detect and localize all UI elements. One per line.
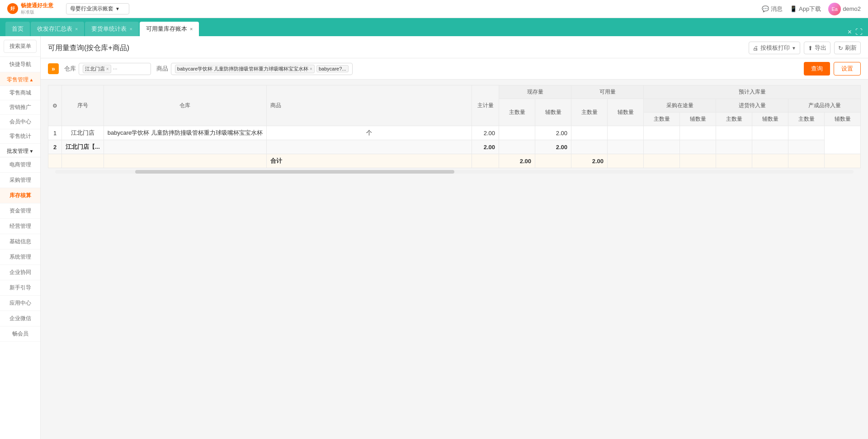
sidebar-item-retail-mgmt[interactable]: 零售管理 ▲	[0, 72, 40, 86]
row-2-pp-main	[680, 140, 716, 154]
filter-expand-btn[interactable]: »	[48, 63, 59, 74]
industry-selector[interactable]: 母婴行业演示账套 ▼	[66, 3, 129, 14]
row-1-pp-main	[680, 126, 716, 140]
row-1-pp-aux	[716, 126, 752, 140]
sidebar-item-retail-stats[interactable]: 零售统计	[0, 129, 40, 144]
table-scroll-bar[interactable]	[55, 170, 854, 174]
search-btn[interactable]: 查询	[804, 62, 830, 76]
row-2-product	[104, 140, 266, 154]
industry-selector-area[interactable]: 母婴行业演示账套 ▼	[66, 3, 129, 14]
tab-home[interactable]: 首页	[5, 22, 30, 36]
sidebar-item-purchase-mgmt[interactable]: 采购管理	[0, 173, 40, 188]
product-tag-0-close[interactable]: ×	[310, 66, 312, 71]
tab-receive-send-close[interactable]: ×	[75, 26, 78, 32]
sidebar-item-member[interactable]: 畅会员	[0, 326, 40, 342]
tab-fullscreen-btn[interactable]: ⛶	[855, 28, 863, 36]
chevron-up-icon: ▲	[29, 77, 34, 82]
sidebar-search-area: 搜索菜单	[0, 36, 40, 57]
footer-current-main: 2.00	[499, 154, 535, 168]
print-template-label: 按模板打印	[760, 44, 790, 52]
footer-empty-3	[104, 154, 266, 168]
row-1-pt-main	[608, 126, 644, 140]
col-pt-main-header: 主数量	[644, 113, 680, 126]
filter-actions: 查询 设置	[804, 62, 861, 76]
product-tag-text-0: babycare学饮杯 儿童防摔防撞吸管杯重力球吸嘴杯宝宝水杯	[177, 66, 308, 72]
sidebar-item-quick-nav[interactable]: 快捷导航	[0, 57, 40, 72]
col-settings[interactable]: ⚙	[48, 85, 62, 126]
row-1-current-main: 2.00	[472, 126, 499, 140]
table-scroll-thumb[interactable]	[135, 170, 454, 174]
product-filter-label: 商品	[156, 65, 168, 73]
logo-icon: 好	[7, 3, 18, 14]
footer-pt-main	[644, 154, 680, 168]
sidebar-item-system-mgmt[interactable]: 系统管理	[0, 250, 40, 265]
refresh-btn[interactable]: ↻ 刷新	[834, 42, 861, 54]
warehouse-tag-text: 江北门店	[85, 66, 105, 72]
sidebar-item-enterprise-wechat[interactable]: 企业微信	[0, 311, 40, 326]
tab-bar-actions: × ⛶	[848, 28, 863, 36]
logo-area: 好 畅捷通好生意 标准版	[7, 2, 53, 15]
tab-available-stock-close[interactable]: ×	[190, 26, 193, 32]
row-2-available-main: 2.00	[535, 140, 571, 154]
logo-sub: 标准版	[21, 9, 53, 15]
settings-btn[interactable]: 设置	[834, 62, 861, 76]
message-label: 消息	[771, 5, 783, 13]
sidebar: 搜索菜单 快捷导航 零售管理 ▲ 零售商城 营销推广 会员中心 零售统计 批发管…	[0, 36, 41, 439]
warehouse-filter-more[interactable]: ···	[113, 66, 118, 72]
sidebar-item-finance-mgmt[interactable]: 资金管理	[0, 203, 40, 219]
sidebar-item-new-guide[interactable]: 新手引导	[0, 280, 40, 296]
warehouse-filter-input[interactable]: 江北门店 × ···	[79, 63, 151, 75]
refresh-icon: ↻	[838, 45, 843, 52]
sidebar-item-business-mgmt[interactable]: 经营管理	[0, 219, 40, 234]
chevron-down-icon: ▼	[115, 6, 120, 11]
sidebar-item-member-center[interactable]: 会员中心	[0, 115, 40, 129]
footer-label: 合计	[266, 154, 472, 168]
col-purchase-transit-header: 采购在途量	[644, 99, 716, 113]
top-bar-left: 好 畅捷通好生意 标准版 母婴行业演示账套 ▼	[7, 2, 129, 15]
footer-prod-main	[788, 154, 825, 168]
top-bar: 好 畅捷通好生意 标准版 母婴行业演示账套 ▼ 💬 消息 📱 App下载 Ea	[0, 0, 868, 18]
warehouse-tag-close[interactable]: ×	[106, 66, 109, 71]
chevron-down-icon: ▼	[792, 46, 796, 51]
tab-available-stock[interactable]: 可用量库存账本 ×	[140, 22, 199, 36]
sidebar-search-btn[interactable]: 搜索菜单	[4, 40, 37, 53]
tab-available-stock-label: 可用量库存账本	[146, 25, 187, 33]
row-2-pp-aux	[716, 140, 752, 154]
row-2-warehouse: 江北门店【...	[62, 140, 104, 154]
app-download-btn[interactable]: 📱 App下载	[790, 5, 821, 13]
product-filter-input[interactable]: babycare学饮杯 儿童防摔防撞吸管杯重力球吸嘴杯宝宝水杯 × babyca…	[171, 63, 353, 75]
sidebar-item-stock-check[interactable]: 库存核算	[0, 188, 40, 203]
sidebar-item-basic-info[interactable]: 基础信息	[0, 234, 40, 250]
export-btn[interactable]: ⬆ 导出	[804, 42, 830, 54]
row-1-available-main: 2.00	[535, 126, 571, 140]
sidebar-item-ecommerce-mgmt[interactable]: 电商管理	[0, 157, 40, 173]
row-2-available-aux	[571, 140, 608, 154]
footer-pp-main	[716, 154, 752, 168]
row-2-current-main: 2.00	[472, 140, 499, 154]
footer-pt-aux	[680, 154, 716, 168]
footer-empty-1	[48, 154, 62, 168]
page-header: 可用量查询(按仓库+商品) 🖨 按模板打印 ▼ ⬆ 导出 ↻ 刷新	[41, 36, 868, 58]
sidebar-item-wholesale-mgmt[interactable]: 批发管理 ▼	[0, 144, 40, 157]
user-area[interactable]: Ea demo2	[828, 3, 861, 15]
sidebar-item-enterprise-collab[interactable]: 企业协同	[0, 265, 40, 280]
sidebar-item-marketing[interactable]: 营销推广	[0, 100, 40, 115]
message-btn[interactable]: 💬 消息	[762, 5, 783, 13]
sidebar-item-retail-mall[interactable]: 零售商城	[0, 86, 40, 100]
table-footer-row: 合计 2.00 2.00	[48, 154, 861, 168]
print-template-btn[interactable]: 🖨 按模板打印 ▼	[749, 42, 800, 54]
tab-order-stats[interactable]: 要货单统计表 ×	[85, 22, 138, 36]
gear-icon[interactable]: ⚙	[52, 103, 57, 109]
row-1-available-aux	[571, 126, 608, 140]
row-1-warehouse: 江北门店	[62, 126, 104, 140]
row-1-current-aux	[499, 126, 535, 140]
sidebar-item-app-center[interactable]: 应用中心	[0, 296, 40, 311]
app-icon: 📱	[790, 5, 797, 12]
footer-prod-aux	[825, 154, 861, 168]
avatar: Ea	[828, 3, 841, 15]
tab-close-all-btn[interactable]: ×	[848, 28, 852, 36]
table-row: 1 江北门店 babycare学饮杯 儿童防摔防撞吸管杯重力球吸嘴杯宝宝水杯 个…	[48, 126, 861, 140]
tab-receive-send[interactable]: 收发存汇总表 ×	[31, 22, 84, 36]
tab-order-stats-close[interactable]: ×	[129, 26, 132, 32]
footer-empty-2	[62, 154, 104, 168]
